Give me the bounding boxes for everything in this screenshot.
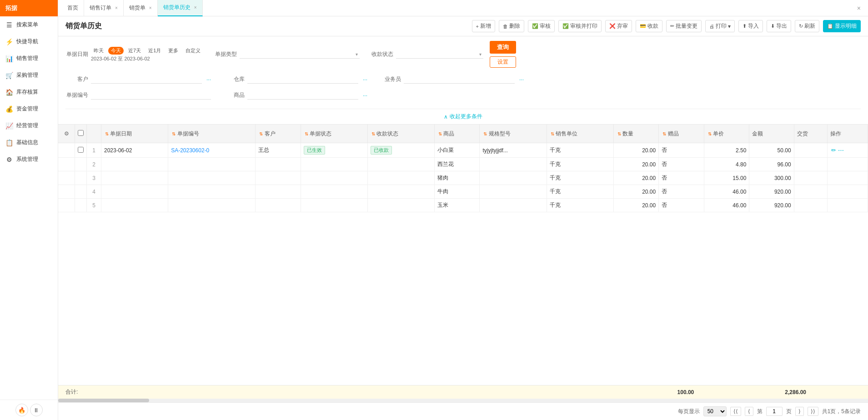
query-button[interactable]: 查询 — [490, 41, 516, 54]
filter-goods-input[interactable] — [247, 91, 358, 100]
table-col-goods[interactable]: ⇅ 商品 — [434, 125, 480, 143]
filter-doc-no-input[interactable] — [91, 91, 211, 100]
table-col-qty[interactable]: ⇅ 数量 — [613, 125, 659, 143]
sidebar-item-quick-nav[interactable]: ⚡ 快捷导航 — [0, 33, 58, 50]
prev-page-btn[interactable]: ⟨ — [745, 407, 753, 416]
settings-gear-icon[interactable]: ⚙ — [61, 128, 72, 139]
print-dropdown-icon: ▾ — [728, 23, 731, 30]
doc-no-link[interactable]: SA-20230602-0 — [171, 147, 209, 154]
show-details-button[interactable]: 📋 显示明细 — [823, 20, 861, 32]
row-docno[interactable] — [168, 199, 256, 212]
row-select-checkbox[interactable] — [78, 147, 84, 153]
table-col-docno[interactable]: ⇅ 单据编号 — [168, 125, 256, 143]
table-col-gift[interactable]: ⇅ 赠品 — [659, 125, 704, 143]
tab-sales-order-close[interactable]: × — [115, 5, 118, 10]
sidebar-pause-btn[interactable]: ⏸ — [30, 404, 43, 416]
tab-sales-history[interactable]: 销货单历史 × — [158, 0, 203, 16]
sidebar-item-sales-mgmt[interactable]: 📊 销售管理 — [0, 50, 58, 67]
table-col-price[interactable]: ⇅ 单价 — [704, 125, 749, 143]
tab-sales-order[interactable]: 销售订单 × — [84, 0, 124, 16]
col-docno-label: 单据编号 — [177, 130, 199, 137]
settings-button[interactable]: 设置 — [490, 56, 516, 68]
tab-sales-delivery[interactable]: 销货单 × — [124, 0, 158, 16]
date-shortcut-1month[interactable]: 近1月 — [146, 47, 164, 55]
pagination: 每页显示 50 20 100 ⟨⟨ ⟨ 第 页 ⟩ ⟩⟩ 共1页，5条记录 — [58, 402, 868, 420]
batch-change-button[interactable]: ✏ 批量变更 — [666, 20, 702, 32]
filter-date-label: 单据日期 — [65, 50, 88, 58]
import-button[interactable]: ⬆ 导入 — [738, 20, 763, 32]
date-shortcut-yesterday[interactable]: 昨天 — [91, 47, 106, 55]
table-col-settings[interactable]: ⚙ — [58, 125, 75, 143]
print-button[interactable]: 🖨 打印 ▾ — [705, 20, 735, 32]
row-checkbox[interactable] — [75, 158, 87, 171]
sidebar-item-basic-info[interactable]: 📋 基础信息 — [0, 134, 58, 151]
row-more-btn[interactable]: ⋯ — [838, 147, 844, 154]
tab-sales-delivery-close[interactable]: × — [149, 5, 152, 10]
filter-doc-type-select[interactable] — [240, 50, 360, 59]
collapse-button[interactable]: ∧ 收起更多条件 — [442, 111, 484, 122]
table-col-paymentstatus[interactable]: ⇅ 收款状态 — [367, 125, 434, 143]
filter-goods-dots[interactable]: ··· — [363, 92, 367, 99]
sidebar-item-finance[interactable]: 💰 资金管理 — [0, 100, 58, 117]
filter-customer-dots[interactable]: ··· — [206, 76, 211, 83]
filter-customer-input[interactable] — [91, 75, 202, 84]
last-page-btn[interactable]: ⟩⟩ — [808, 407, 818, 416]
purchase-mgmt-icon: 🛒 — [5, 72, 13, 79]
sidebar-item-purchase-mgmt[interactable]: 🛒 采购管理 — [0, 67, 58, 84]
delete-button[interactable]: 🗑 删除 — [499, 20, 524, 32]
date-shortcut-more[interactable]: 更多 — [166, 47, 181, 55]
scrollbar-thumb[interactable] — [58, 399, 149, 402]
filter-staff-dots[interactable]: ··· — [519, 76, 524, 83]
filter-staff-input[interactable] — [404, 75, 515, 84]
table-col-unit[interactable]: ⇅ 销售单位 — [547, 125, 613, 143]
audit-print-button[interactable]: ✅ 审核并打印 — [558, 20, 602, 32]
date-shortcut-custom[interactable]: 自定义 — [183, 47, 203, 55]
row-docno[interactable] — [168, 185, 256, 199]
row-checkbox[interactable] — [75, 199, 87, 212]
tab-home[interactable]: 首页 — [62, 0, 84, 16]
sidebar-item-inventory[interactable]: 🏠 库存核算 — [0, 84, 58, 100]
add-button[interactable]: + 新增 — [472, 20, 495, 32]
sidebar-item-system[interactable]: ⚙ 系统管理 — [0, 151, 58, 168]
table-col-transaction: 交货 — [794, 125, 827, 143]
row-docno[interactable] — [168, 171, 256, 185]
tab-bar-close[interactable]: × — [853, 5, 864, 12]
table-col-date[interactable]: ⇅ 单据日期 — [101, 125, 168, 143]
tab-sales-history-close[interactable]: × — [194, 5, 197, 10]
row-edit-btn[interactable]: ✏ — [831, 147, 836, 154]
sidebar-fire-btn[interactable]: 🔥 — [15, 404, 28, 416]
row-docno[interactable] — [168, 158, 256, 171]
select-all-checkbox[interactable] — [78, 130, 84, 136]
row-unit: 千克 — [547, 171, 613, 185]
table-col-customer[interactable]: ⇅ 客户 — [256, 125, 301, 143]
row-docno[interactable]: SA-20230602-0 — [168, 143, 256, 158]
table-col-num — [87, 125, 101, 143]
audit-button[interactable]: ✅ 审核 — [528, 20, 555, 32]
collect-button[interactable]: 💳 收款 — [636, 20, 662, 32]
page-size-select[interactable]: 50 20 100 — [703, 406, 727, 416]
table-col-docstatus[interactable]: ⇅ 单据状态 — [301, 125, 367, 143]
filter-payment-status-select[interactable] — [396, 50, 483, 59]
filter-warehouse-dots[interactable]: ··· — [363, 76, 367, 83]
next-page-btn[interactable]: ⟩ — [795, 407, 804, 416]
sidebar-item-search-menu[interactable]: ☰ 搜索菜单 — [0, 16, 58, 33]
inventory-icon: 🏠 — [5, 89, 13, 96]
date-shortcut-7days[interactable]: 近7天 — [125, 47, 144, 55]
current-page-input[interactable] — [766, 407, 783, 416]
date-shortcut-today[interactable]: 今天 — [108, 47, 124, 55]
sidebar-item-operations[interactable]: 📈 经营管理 — [0, 117, 58, 134]
row-checkbox[interactable] — [75, 185, 87, 199]
row-checkbox[interactable] — [75, 143, 87, 158]
table-col-checkbox[interactable] — [75, 125, 87, 143]
row-checkbox[interactable] — [75, 171, 87, 185]
abandon-button[interactable]: ❌ 弃审 — [605, 20, 632, 32]
row-price: 15.00 — [704, 171, 749, 185]
first-page-btn[interactable]: ⟨⟨ — [730, 407, 741, 416]
export-button[interactable]: ⬇ 导出 — [767, 20, 791, 32]
refresh-button[interactable]: ↻ 刷新 — [795, 20, 819, 32]
filter-date-controls: 昨天 今天 近7天 近1月 更多 自定义 2023-06-02 至 2023-0… — [91, 47, 203, 62]
sidebar-item-label: 搜索菜单 — [16, 21, 38, 29]
horizontal-scrollbar[interactable] — [58, 399, 868, 402]
table-col-spec[interactable]: ⇅ 规格型号 — [480, 125, 547, 143]
filter-warehouse-input[interactable] — [247, 75, 358, 84]
